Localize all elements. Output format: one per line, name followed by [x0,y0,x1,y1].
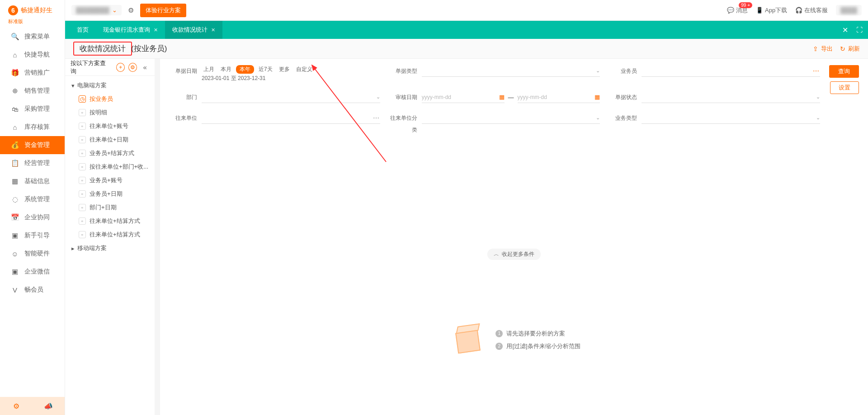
nav-label: 企业微信 [24,268,50,276]
service-button[interactable]: 🎧 在线客服 [795,6,828,14]
nav-item-系统管理[interactable]: ◌系统管理 [0,190,65,208]
nav-item-经营管理[interactable]: 📋经营管理 [0,154,65,172]
scheme-item[interactable]: ▫往来单位+结算方式 [65,228,155,241]
headset-icon: 🎧 [795,7,802,14]
export-icon: ⇪ [813,45,818,52]
tab-close-all-icon[interactable]: ✕ [842,26,848,34]
date-separator: — [508,94,514,101]
nav-item-销售管理[interactable]: ⊕销售管理 [0,82,65,100]
partner-picker[interactable]: ⋯ [202,112,380,124]
date-quick-上月[interactable]: 上月 [202,65,216,74]
close-icon[interactable]: ✕ [211,27,215,33]
date-quick-近7天[interactable]: 近7天 [257,65,274,74]
scheme-header-label: 按以下方案查询 [71,59,109,75]
empty-illustration [448,320,488,360]
nav-item-快捷导航[interactable]: ⌂快捷导航 [0,46,65,64]
biz-type-select[interactable]: ⌄ [642,112,820,124]
solution-button[interactable]: 体验行业方案 [140,4,186,17]
close-icon[interactable]: ✕ [154,27,158,33]
date-quick-自定义[interactable]: 自定义 [294,65,314,74]
settings-gear-icon[interactable]: ⚙ [0,397,33,415]
tab-首页[interactable]: 首页 [70,21,96,39]
date-quick-本年[interactable]: 本年 [236,65,254,74]
scheme-item-icon: ▫ [79,163,86,170]
scheme-item[interactable]: ▫业务员+结算方式 [65,146,155,160]
collapse-panel-icon[interactable]: « [141,63,149,72]
tab-label: 现金银行流水查询 [103,26,150,34]
tab-fullscreen-icon[interactable]: ⛶ [856,26,863,33]
scheme-item-icon: ▫ [79,217,86,225]
nav-label: 畅会员 [24,286,43,294]
scheme-item[interactable]: ▫往来单位+结算方式 [65,214,155,228]
app-download-button[interactable]: 📱 App下载 [756,6,787,14]
nav-item-基础信息[interactable]: ▦基础信息 [0,172,65,190]
scheme-item[interactable]: ▫按往来单位+部门+收... [65,160,155,174]
dept-select[interactable]: ⌄ [202,91,380,103]
chevron-down-icon: ⌄ [816,94,820,100]
content: 按以下方案查询 + ⚙ « ▾电脑端方案 ◷按业务员▫按明细▫往来单位+账号▫往… [65,59,868,415]
field-dept: 部门 ⌄ [169,91,380,103]
nav-item-智能硬件[interactable]: ☺智能硬件 [0,245,65,263]
nav-item-资金管理[interactable]: 💰资金管理 [0,136,65,154]
date-quick-本月[interactable]: 本月 [219,65,233,74]
scheme-item-label: 按业务员 [90,95,113,103]
collapse-filters-button[interactable]: ︿收起更多条件 [487,249,541,260]
scheme-item[interactable]: ▫往来单位+账号 [65,119,155,133]
org-dropdown[interactable]: ████████ ⌄ [71,5,122,15]
brand-logo-icon: 6 [8,5,18,15]
scheme-item[interactable]: ◷按业务员 [65,92,155,106]
nav-item-搜索菜单[interactable]: 🔍搜索菜单 [0,28,65,46]
date-quick-更多[interactable]: 更多 [277,65,292,74]
scheme-group-mobile[interactable]: ▸移动端方案 [65,241,155,255]
scheme-group-pc[interactable]: ▾电脑端方案 [65,79,155,92]
scheme-item[interactable]: ▫往来单位+日期 [65,133,155,146]
query-button[interactable]: 查询 [829,65,859,78]
refresh-button[interactable]: ↻刷新 [840,45,860,53]
scheme-item[interactable]: ▫部门+日期 [65,201,155,214]
salesman-picker[interactable]: ⋯ [642,65,820,77]
tab-现金银行流水查询[interactable]: 现金银行流水查询✕ [96,21,165,39]
scheme-item-icon: ▫ [79,177,86,184]
scheme-settings-icon[interactable]: ⚙ [128,63,137,72]
nav-item-采购管理[interactable]: 🛍采购管理 [0,100,65,118]
audit-date-from[interactable]: yyyy-mm-dd▦ [422,91,505,103]
scheme-item[interactable]: ▫业务员+日期 [65,187,155,201]
nav-item-营销推广[interactable]: 🎁营销推广 [0,64,65,82]
brand-edition: 标准版 [0,18,65,25]
scheme-header: 按以下方案查询 + ⚙ « [65,59,155,76]
nav-icon: V [11,286,19,294]
main-area: ████████ ⌄ ⚙ 体验行业方案 💬 消息 99 + 📱 App下载 🎧 … [65,0,868,415]
nav-label: 系统管理 [24,195,50,203]
nav-icon: ☺ [11,250,19,258]
nav-label: 营销推广 [24,69,50,77]
nav-label: 企业协同 [24,213,50,222]
user-dropdown[interactable]: ████ [836,5,862,15]
scheme-item-icon: ▫ [79,123,86,130]
bill-type-select[interactable]: ⌄ [422,65,600,77]
topbar-gear-icon[interactable]: ⚙ [128,6,134,14]
nav-icon: ⌂ [11,51,19,59]
nav-item-新手引导[interactable]: ▣新手引导 [0,226,65,245]
tab-收款情况统计[interactable]: 收款情况统计✕ [165,21,222,39]
scheme-item-label: 业务员+结算方式 [90,149,134,157]
partner-cat-select[interactable]: ⌄ [422,112,600,124]
scheme-item-label: 往来单位+结算方式 [90,217,140,225]
sound-icon[interactable]: 📣 [33,397,65,415]
brand-name: 畅捷通好生 [21,6,52,14]
field-bill-status: 单据状态 ⌄ [609,91,820,103]
field-salesman: 业务员 ⋯ [609,65,820,82]
nav-item-企业微信[interactable]: ▣企业微信 [0,263,65,281]
messages-button[interactable]: 💬 消息 99 + [727,6,748,14]
nav-label: 智能硬件 [24,250,50,258]
nav-item-企业协同[interactable]: 📅企业协同 [0,208,65,226]
scheme-item[interactable]: ▫业务员+账号 [65,174,155,187]
settings-button[interactable]: 设置 [830,81,859,94]
add-scheme-icon[interactable]: + [116,63,125,72]
bill-status-select[interactable]: ⌄ [642,91,820,103]
scheme-item[interactable]: ▫按明细 [65,106,155,119]
nav-item-库存核算[interactable]: ⌂库存核算 [0,118,65,136]
nav-label: 新手引导 [24,231,50,240]
audit-date-to[interactable]: yyyy-mm-dd▦ [518,91,600,103]
export-button[interactable]: ⇪导出 [813,45,833,53]
nav-item-畅会员[interactable]: V畅会员 [0,281,65,299]
